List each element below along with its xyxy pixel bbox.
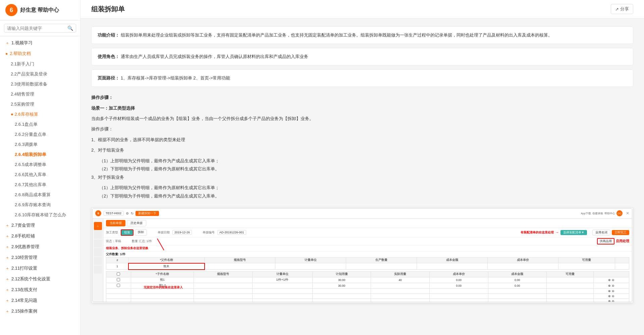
mock-upper-cell-qty <box>275 263 346 270</box>
mock-add-btn[interactable]: 新建拆卸一下 <box>136 211 159 216</box>
mock-count-text: 数量 汇总: 1/件 <box>132 239 152 243</box>
sidebar-item-assembly[interactable]: 2.6.4组装拆卸单 <box>0 150 80 160</box>
mock-nav-icon4 <box>94 257 102 265</box>
sidebar-item-video[interactable]: ＋ 1.视频学习 <box>0 38 80 48</box>
sidebar-item-sales[interactable]: 2.4销售管理 <box>0 89 80 99</box>
intro-label: 功能介绍： <box>98 33 119 38</box>
steps-label: 操作步骤： <box>91 94 633 101</box>
mock-th-qty: 计量单位 <box>275 257 346 263</box>
mock-upper-cell-cost <box>417 263 488 270</box>
mock-lower-table: *子件名称 规格型号 计量单位 计划用量 实际用量 成本单价 成本金额 可用量 <box>106 271 629 302</box>
mock-upper-name-input[interactable]: 熊木 <box>163 265 169 268</box>
plus-icon2: ＋ <box>5 223 9 228</box>
mock-selector: TEST-H002 <box>103 211 124 216</box>
mock-refresh-icon: ↻ <box>131 212 133 215</box>
mock-row1-check[interactable] <box>117 278 120 281</box>
steps-sub-label: 操作步骤： <box>91 125 633 133</box>
sidebar-item-cost-calc[interactable]: 2.6.8商品成本重算 <box>0 190 80 200</box>
main-header: 组装拆卸单 ↗ 分享 <box>80 0 644 18</box>
sidebar-item-operation[interactable]: ＋ 2.10经营管理 <box>0 252 80 263</box>
mock-close-icon[interactable]: ✕ <box>626 211 629 216</box>
mock-tab-history[interactable]: 历史单据 <box>127 220 146 226</box>
mock-row2-check[interactable] <box>117 284 120 287</box>
step3-sub1: （1）上部明细为父件明细，最终作为原材料生成其它出库单； <box>91 184 633 192</box>
role-text: 通常由生产人员或库管人员完成拆装业务的操作，库管人员确认原材料的出库和产成品的入… <box>121 54 308 59</box>
sidebar-item-data[interactable]: 2.3使用前数据准备 <box>0 79 80 89</box>
plus-icon9: ＋ <box>5 298 9 303</box>
mock-tab-current[interactable]: 当前单据 <box>106 220 125 226</box>
mock-annotation1-text: 有装配清单的在这里处理 <box>521 230 554 235</box>
share-button[interactable]: ↗ 分享 <box>611 4 633 14</box>
step2-sub2: （2）下部明细为子件明细，最终作为原材料生成其它出库单。 <box>91 165 633 173</box>
intro-text: 组装拆卸单用来处理企业组装或拆卸等加工业务，支持有固定装配清单的产品加工业务，也… <box>121 33 552 38</box>
mock-lower-row3: ⊕ ⊖ <box>106 288 629 293</box>
mock-nav-icon2 <box>94 239 102 247</box>
plus-icon5: ＋ <box>5 255 9 261</box>
mock-lth-total-cost: 成本金额 <box>488 271 547 277</box>
main-content: 组装拆卸单 ↗ 分享 功能介绍： 组装拆卸单用来处理企业组装或拆卸等加工业务，支… <box>80 0 644 335</box>
sidebar-item-coupon[interactable]: ＋ 2.9优惠券管理 <box>0 241 80 252</box>
sidebar-item-finance[interactable]: ＋ 2.7资金管理 <box>0 220 80 231</box>
mock-lrow1-op: ⊕ ⊖ <box>593 277 629 283</box>
path-label: 页面路径： <box>98 75 119 80</box>
mock-upper-section: 父件数量: 1/件 # *父件名称 规格型号 计量单位 生产数量 成本金额 <box>103 252 632 271</box>
sidebar-item-print[interactable]: ＋ 2.11打印设置 <box>0 263 80 274</box>
sidebar-item-docs[interactable]: ● 2.帮助文档 <box>0 48 80 59</box>
sidebar-item-mobile[interactable]: ＋ 2.8手机旺铺 <box>0 231 80 241</box>
mock-th-name: *父件名称 <box>128 257 204 263</box>
sidebar-item-out-other[interactable]: 2.6.7其他出库单 <box>0 180 80 190</box>
mock-enable-area: 供商品用 启用处理 <box>597 238 629 244</box>
mock-settings-icon: ⚙ <box>126 212 129 215</box>
mock-nav-icon5 <box>94 266 102 274</box>
search-box[interactable]: 🔍 <box>0 20 80 36</box>
plus-icon10: ＋ <box>5 309 9 314</box>
sidebar-item-adjust[interactable]: 2.6.3调拨单 <box>0 139 80 150</box>
mock-lrow1-qtyplan: 30.00 <box>312 277 371 283</box>
mock-lth-name: *子件名称 <box>131 271 194 277</box>
scene1-label: 场景一：加工类型选择 <box>91 104 633 112</box>
sidebar-item-cases[interactable]: ＋ 2.15操作案例 <box>0 306 80 317</box>
mock-nav-icon3 <box>94 248 102 256</box>
mock-type-disassembly[interactable]: 拆卸 <box>135 229 147 236</box>
mock-type-assembly[interactable]: 组装 <box>121 229 133 236</box>
minus-icon: ● <box>5 51 8 56</box>
sidebar-item-account-err[interactable]: 2.6.10库存账本错了怎么办 <box>0 210 80 220</box>
mock-process-btn[interactable]: 选择装配清单▼ <box>560 230 587 235</box>
sidebar-item-stock-query[interactable]: 2.6.9库存账本查询 <box>0 200 80 210</box>
sidebar-item-install[interactable]: 2.2产品安装及登录 <box>0 69 80 79</box>
sidebar-item-in-other[interactable]: 2.6.6其他入库单 <box>0 170 80 180</box>
sidebar-item-purchase[interactable]: 2.5采购管理 <box>0 99 80 109</box>
search-icon[interactable]: 🔍 <box>67 25 73 31</box>
content-area: 功能介绍： 组装拆卸单用来处理企业组装或拆卸等加工业务，支持有固定装配清单的产品… <box>80 18 644 335</box>
mock-select-all[interactable] <box>117 272 120 276</box>
mock-screenshot: 6 TEST-H002 ⚙ ↻ 新建拆卸一下 App下载 创建体验 帮助中心 C… <box>92 208 632 302</box>
mock-upper-cell-qty2 <box>346 263 417 270</box>
mock-upper-cell-avail <box>558 263 615 270</box>
sidebar-item-custom[interactable]: ＋ 2.12系统个性化设置 <box>0 274 80 284</box>
sidebar-item-faq[interactable]: ＋ 2.14常见问题 <box>0 295 80 306</box>
mock-form-row1: 加工类型 组装 拆卸 单据日期 2019-12-26 单据编号 AD-20191… <box>103 228 632 237</box>
mock-th-cost2: 成本单价 <box>488 257 558 263</box>
sidebar-item-inventory[interactable]: ● 2.6库存核算 <box>0 109 80 119</box>
sidebar-item-stock-count[interactable]: 2.6.1盘点单 <box>0 119 80 129</box>
sidebar-item-allocation[interactable]: 2.6.2分量盘点单 <box>0 129 80 139</box>
mock-lower-row1: 熊1 1/件+1/件 30.00 40 0.00 0.00 ⊕ ⊖ <box>106 277 629 283</box>
sidebar-item-new[interactable]: 2.1新手入门 <box>0 59 80 69</box>
scene1-desc: 当由多个子件材料组装成一个成品的业务为【组装】业务，当由一个父件拆分成多个子产品… <box>91 115 633 122</box>
mock-lth-qty-actual: 实际用量 <box>371 271 430 277</box>
path-text: 1、库存核算->库存管理->组装拆卸单 2、首页->常用功能 <box>121 75 230 80</box>
mock-lth-unit: 计量单位 <box>252 271 312 277</box>
mock-lth-spec: 规格型号 <box>194 271 253 277</box>
mock-confirm-label: 业用名词 <box>592 230 610 235</box>
sidebar-item-online-pay[interactable]: ＋ 2.13在线支付 <box>0 284 80 295</box>
mock-date-value: 2019-12-26 <box>172 230 192 235</box>
mock-upper-cell-cost2 <box>488 263 558 270</box>
search-input[interactable] <box>7 26 67 31</box>
mock-help-center: 帮助中心 <box>604 212 615 215</box>
mock-lth-check <box>106 271 131 277</box>
sidebar-item-cost-adj[interactable]: 2.6.5成本调整单 <box>0 160 80 170</box>
plus-icon3: ＋ <box>5 233 9 239</box>
mock-complete-btn[interactable]: 立即完工 <box>612 230 629 235</box>
mock-upper-cell-no: 1 <box>106 263 129 270</box>
mock-annotation3-text: 启用处理 <box>616 239 629 243</box>
